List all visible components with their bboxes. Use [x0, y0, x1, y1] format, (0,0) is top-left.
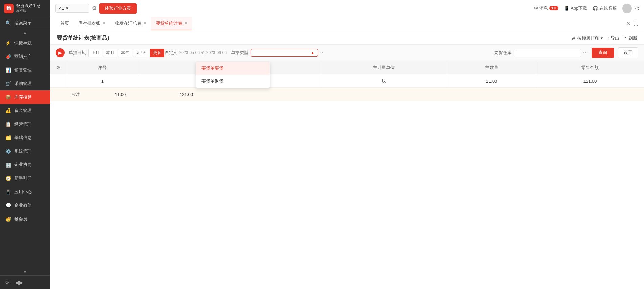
- tab-receivable-summary[interactable]: 收发存汇总表 ✕: [110, 17, 151, 30]
- topbar-gear-icon[interactable]: ⚙: [92, 5, 97, 12]
- filter-expand-button[interactable]: ▶: [56, 48, 65, 57]
- sidebar-item-wechat[interactable]: 💬 企业微信: [0, 199, 50, 212]
- main-area: 41 ▾ ⚙ 体验行业方案 ✉ 消息 99+ 📱 App下载 🎧 在线客服 R: [50, 0, 644, 289]
- tab-order-summary[interactable]: 要货单统计表 ✕: [151, 17, 192, 30]
- app-download-action[interactable]: 📱 App下载: [564, 5, 587, 12]
- sidebar-label-vip: 畅会员: [14, 216, 27, 222]
- date-btn-this-year[interactable]: 本年: [118, 49, 132, 57]
- basic-icon: 🗂️: [5, 134, 11, 141]
- sidebar-item-guide[interactable]: 🧭 新手引导: [0, 172, 50, 185]
- tab-order-summary-close-icon[interactable]: ✕: [184, 21, 187, 25]
- company-selector[interactable]: 41 ▾: [55, 4, 89, 13]
- sidebar-item-vip[interactable]: 👑 畅会员: [0, 212, 50, 226]
- company-selector-value: 41: [59, 6, 64, 11]
- online-service-action[interactable]: 🎧 在线客服: [593, 5, 617, 12]
- export-button[interactable]: ↑ 导出: [607, 35, 620, 41]
- row-1-empty: [50, 74, 67, 88]
- sidebar-menu: ⚡ 快捷导航 📣 营销推广 📊 销售管理 🛒 采购管理 📦 库存核算 💰 资金管…: [0, 36, 50, 269]
- sidebar-item-inventory[interactable]: 📦 库存核算: [0, 90, 50, 104]
- sidebar-label-inventory: 库存核算: [14, 94, 32, 100]
- operation-icon: 📋: [5, 121, 11, 128]
- page-content: 要货单统计表(按商品) 🖨 按模板打印 ▾ ↑ 导出 ↺ 刷新: [50, 30, 644, 289]
- toggle-collapse-icon[interactable]: ◀▶: [15, 279, 23, 286]
- refresh-button[interactable]: ↺ 刷新: [623, 35, 637, 41]
- tab-inventory-batch[interactable]: 库存批次账 ✕: [74, 17, 110, 30]
- date-btn-7days[interactable]: 近7天: [133, 49, 149, 57]
- sidebar-item-operation[interactable]: 📋 经营管理: [0, 117, 50, 131]
- logo-sub: 标准版: [16, 8, 41, 13]
- row-1-qty: 11.00: [447, 74, 536, 88]
- settings-button[interactable]: 设置: [618, 47, 638, 58]
- tab-inventory-batch-label: 库存批次账: [78, 20, 100, 26]
- table-header-row: ⚙ 序号 商品 主计量单位 主数量 零售金额: [50, 61, 644, 74]
- column-settings-icon[interactable]: ⚙: [56, 65, 61, 70]
- sidebar-search[interactable]: 🔍 搜索菜单: [0, 17, 50, 29]
- print-template-button[interactable]: 🖨 按模板打印 ▾: [572, 35, 603, 41]
- warehouse-more-icon[interactable]: ···: [583, 50, 588, 56]
- type-filter-more-icon[interactable]: ···: [320, 50, 325, 56]
- dropdown-item-yaohuo-order[interactable]: 要货单要货: [196, 62, 270, 75]
- date-btn-custom[interactable]: 自定义: [165, 50, 177, 56]
- tab-close-all-icon[interactable]: ✕: [626, 20, 630, 27]
- messages-action[interactable]: ✉ 消息 99+: [534, 5, 558, 12]
- filter-bar: ▶ 单据日期 上月 本月 本年 近7天 更多 自定义 2023-05-06 至 …: [50, 44, 644, 61]
- sidebar-item-finance[interactable]: 💰 资金管理: [0, 104, 50, 117]
- sidebar-scroll-down[interactable]: ▼: [0, 269, 50, 275]
- sidebar-label-system: 系统管理: [14, 148, 32, 154]
- topbar: 41 ▾ ⚙ 体验行业方案 ✉ 消息 99+ 📱 App下载 🎧 在线客服 R: [50, 0, 644, 17]
- sidebar-label-marketing: 营销推广: [14, 53, 32, 60]
- sidebar-logo: 畅 畅捷通好生意 标准版: [0, 0, 50, 17]
- query-button[interactable]: 查询: [592, 48, 614, 58]
- sidebar-item-system[interactable]: ⚙️ 系统管理: [0, 144, 50, 158]
- col-qty: 主数量: [447, 61, 536, 74]
- date-btn-this-month[interactable]: 本月: [103, 49, 117, 57]
- refresh-label: 刷新: [628, 35, 637, 41]
- search-label: 搜索菜单: [14, 20, 32, 26]
- page-actions: 🖨 按模板打印 ▾ ↑ 导出 ↺ 刷新: [572, 35, 638, 41]
- print-template-label: 按模板打印: [577, 35, 599, 41]
- vip-icon: 👑: [5, 216, 11, 222]
- dropdown-item-label-yaohuo-return: 要货单退货: [201, 79, 223, 84]
- sidebar-item-sales[interactable]: 📊 销售管理: [0, 63, 50, 77]
- date-quick-btns: 上月 本月 本年 近7天 更多 自定义: [88, 49, 177, 57]
- table-row: 1 块 11.00 121.00: [50, 74, 644, 88]
- search-icon: 🔍: [5, 20, 11, 26]
- settings-icon[interactable]: ⚙: [5, 279, 9, 286]
- date-btn-more[interactable]: 更多: [150, 49, 164, 57]
- sidebar-label-sales: 销售管理: [14, 67, 32, 73]
- date-btn-last-month[interactable]: 上月: [88, 49, 102, 57]
- col-gear[interactable]: ⚙: [50, 61, 67, 74]
- message-icon: ✉: [534, 6, 538, 11]
- dropdown-item-yaohuo-return[interactable]: 要货单退货: [196, 75, 270, 88]
- sidebar-label-operation: 经营管理: [14, 121, 32, 127]
- user-action[interactable]: Rit: [622, 4, 639, 13]
- type-filter-label: 单据类型: [231, 50, 248, 56]
- sidebar-item-enterprise[interactable]: 🏢 企业协同: [0, 158, 50, 172]
- sidebar-item-basic[interactable]: 🗂️ 基础信息: [0, 131, 50, 144]
- avatar: [622, 4, 632, 13]
- tab-inventory-batch-close-icon[interactable]: ✕: [102, 21, 105, 25]
- sidebar-label-quick-nav: 快捷导航: [14, 40, 32, 46]
- tab-expand-icon[interactable]: ⛶: [633, 21, 639, 27]
- sidebar-item-appstore[interactable]: 📱 应用中心: [0, 185, 50, 199]
- warehouse-input[interactable]: [514, 49, 581, 57]
- messages-label: 消息: [539, 5, 548, 12]
- type-dropdown: 要货单要货 要货单退货: [196, 62, 270, 88]
- type-select[interactable]: ▲: [251, 49, 318, 57]
- trial-button[interactable]: 体验行业方案: [99, 3, 137, 14]
- print-chevron-down-icon: ▾: [601, 36, 603, 41]
- sidebar-item-quick-nav[interactable]: ⚡ 快捷导航: [0, 36, 50, 50]
- sidebar-item-purchase[interactable]: 🛒 采购管理: [0, 77, 50, 90]
- type-filter-group: 单据类型 ▲ ···: [231, 49, 325, 57]
- guide-icon: 🧭: [5, 175, 11, 182]
- warehouse-filter-group: 要货仓库 ···: [494, 49, 588, 57]
- sidebar-scroll-up[interactable]: ▲: [0, 29, 50, 36]
- tab-receivable-summary-close-icon[interactable]: ✕: [143, 21, 146, 25]
- tab-home[interactable]: 首页: [55, 17, 74, 30]
- marketing-icon: 📣: [5, 53, 11, 60]
- tab-bar: 首页 库存批次账 ✕ 收发存汇总表 ✕ 要货单统计表 ✕ ✕ ⛶: [50, 17, 644, 30]
- table-footer: 合计 11.00 121.00: [50, 88, 644, 101]
- row-1-unit: 块: [321, 74, 447, 88]
- sidebar-item-marketing[interactable]: 📣 营销推广: [0, 50, 50, 63]
- logo-icon: 畅: [4, 4, 14, 13]
